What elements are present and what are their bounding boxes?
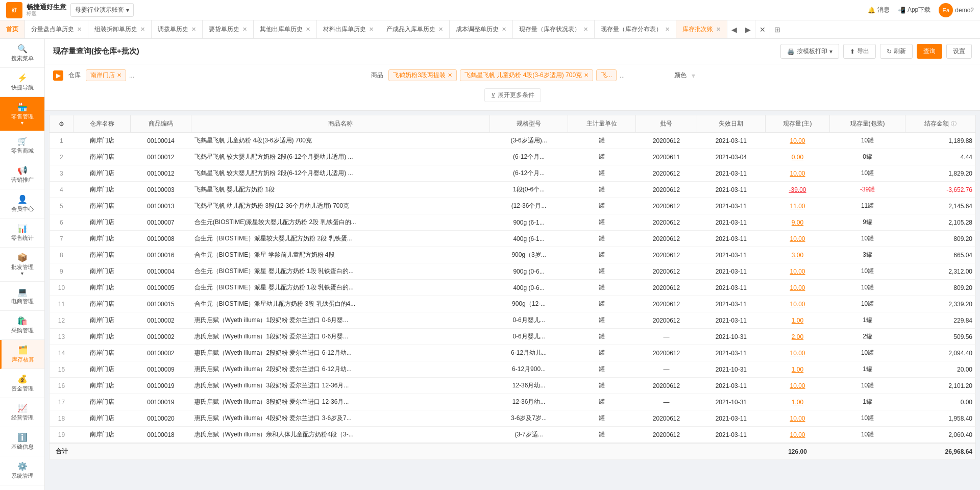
cell-stock-main[interactable]: 2.00 [765,329,829,345]
sidebar-item-ecommerce[interactable]: 💻 电商管理 [0,282,44,311]
query-label: 查询 [923,47,936,56]
close-icon[interactable]: ✕ [716,26,721,33]
nav-prev-arrow[interactable]: ◀ [727,20,741,39]
refresh-btn[interactable]: ↻ 刷新 [880,44,913,59]
product-tag-more[interactable]: 飞... [596,69,617,81]
product-tag-1[interactable]: 飞鹤奶粉3段两提装 ✕ [388,69,457,81]
remove-product1-icon[interactable]: ✕ [448,72,452,79]
close-icon[interactable]: ✕ [191,26,196,33]
sidebar-item-retail[interactable]: 🏪 零售管理 ▼ [0,97,44,131]
cell-stock-main[interactable]: 1.00 [765,312,829,329]
cell-batch: 20200612 [636,427,697,444]
cell-stock-main[interactable]: 10.00 [765,296,829,312]
sidebar-item-collab[interactable]: 🤝 企业协同 [0,485,44,490]
tab-chengtiaoz[interactable]: 成本调整单历史 ✕ [450,20,513,39]
cell-stock-main[interactable]: -39.00 [765,182,829,198]
close-icon[interactable]: ✕ [583,26,588,33]
info-balance-icon[interactable]: ⓘ [951,120,957,127]
cell-stock-main[interactable]: 0.00 [765,149,829,165]
expand-label: 展开更多条件 [498,91,534,100]
close-icon[interactable]: ✕ [665,26,670,33]
tab-xianzcunkuangzt[interactable]: 现存量（库存状况表） ✕ [513,20,595,39]
sidebar-item-wholesale[interactable]: 📦 批发管理 ▼ [0,248,44,282]
sidebar-item-management[interactable]: 📈 经营管理 [0,398,44,427]
cell-stock-main[interactable]: 9.00 [765,214,829,231]
cell-code: 00100016 [130,247,191,263]
close-icon[interactable]: ✕ [77,26,82,33]
close-icon[interactable]: ✕ [242,26,247,33]
cell-no: 17 [50,394,74,410]
tab-pici-active[interactable]: 库存批次账 ✕ [676,20,727,39]
nav-close-all[interactable]: ✕ [755,20,770,39]
nav-next-arrow[interactable]: ▶ [741,20,755,39]
cell-stock-main[interactable]: 1.00 [765,394,829,410]
product-tag-2[interactable]: 飞鹤星飞帆 儿童奶粉 4段(3-6岁适用) 700克 ✕ [460,69,593,81]
warehouse-tag-nanandian[interactable]: 南岸门店 ✕ [86,69,126,81]
cell-unit: 罐 [568,394,635,410]
tab-diaobodanh[interactable]: 调拨单历史 ✕ [152,20,203,39]
cell-stock-main[interactable]: 10.00 [765,427,829,444]
cell-stock-main[interactable]: 3.00 [765,247,829,263]
cell-stock-main[interactable]: 1.00 [765,361,829,378]
cell-stock-pkg: 10罐 [830,427,905,444]
cell-stock-main[interactable]: 10.00 [765,133,829,149]
warehouse-more[interactable]: ... [129,72,134,79]
sidebar-item-inventory[interactable]: 🗂️ 库存核算 [0,340,44,369]
tab-chengpinruku[interactable]: 产成品入库单历史 ✕ [380,20,450,39]
company-select[interactable]: 母婴行业演示账套 ▾ [70,3,134,17]
settings-btn[interactable]: 设置 [946,44,972,59]
app-download-btn[interactable]: 📲 App下载 [898,6,930,14]
color-dropdown-arrow[interactable]: ▾ [692,71,695,80]
product-more[interactable]: ... [620,72,625,79]
sidebar-item-system[interactable]: ⚙️ 系统管理 [0,456,44,485]
expand-more-btn[interactable]: ⊻ 展开更多条件 [484,88,541,102]
sidebar-item-purchase[interactable]: 🛍️ 采购管理 [0,311,44,340]
close-icon[interactable]: ✕ [438,26,443,33]
sidebar-item-member[interactable]: 👤 会员中心 [0,189,44,218]
close-icon[interactable]: ✕ [306,26,310,33]
cell-stock-main[interactable]: 10.00 [765,410,829,427]
query-btn[interactable]: 查询 [917,44,942,59]
tab-zuzhuangchaixin[interactable]: 组装拆卸单历史 ✕ [88,20,152,39]
tab-yaohuo[interactable]: 要货单历史 ✕ [203,20,254,39]
cell-stock-pkg: 10罐 [830,345,905,361]
tab-cailiaochuku[interactable]: 材料出库单历史 ✕ [317,20,380,39]
nav-expand[interactable]: ⊞ [770,20,785,39]
cell-no: 1 [50,133,74,149]
sidebar-item-finance[interactable]: 💰 资金管理 [0,369,44,398]
remove-warehouse-icon[interactable]: ✕ [117,72,121,79]
cell-stock-main[interactable]: 10.00 [765,231,829,247]
cell-stock-main[interactable]: 10.00 [765,165,829,182]
sidebar-item-mall[interactable]: 🛒 零售商城 [0,131,44,160]
th-settings[interactable]: ⚙ [50,115,74,133]
cell-stock-main[interactable]: 10.00 [765,280,829,296]
filter-toggle[interactable]: ▶ [53,70,63,81]
close-icon[interactable]: ✕ [140,26,145,33]
print-btn[interactable]: 🖨️ 按模板打印 ▾ [780,44,839,59]
cell-stock-main[interactable]: 11.00 [765,198,829,214]
th-warehouse: 仓库名称 [74,115,131,133]
tab-qitachuku[interactable]: 其他出库单历史 ✕ [254,20,317,39]
cell-no: 14 [50,345,74,361]
close-icon[interactable]: ✕ [502,26,506,33]
sidebar-item-basic[interactable]: ℹ️ 基础信息 [0,427,44,456]
total-stock: 126.00 [765,443,829,460]
tab-fenliangpandian[interactable]: 分量盘点单历史 ✕ [25,20,88,39]
close-icon[interactable]: ✕ [369,26,374,33]
th-name: 商品名称 [191,115,490,133]
table-row: 14 南岸门店 00100002 惠氏启赋（Wyeth illuma）2段奶粉 … [50,345,976,361]
sidebar-item-retail-stats[interactable]: 📊 零售统计 [0,218,44,248]
sidebar-item-marketing[interactable]: 📢 营销推广 [0,160,44,189]
export-btn[interactable]: ⬆ 导出 [843,44,876,59]
sidebar-item-search[interactable]: 🔍 搜索菜单 [0,39,44,68]
th-code: 商品编码 [130,115,191,133]
sidebar-item-quicknav[interactable]: ⚡ 快捷导航 [0,68,44,97]
tab-home[interactable]: 首页 [0,20,25,39]
cell-stock-main[interactable]: 10.00 [765,263,829,280]
tab-xiancunfenbu[interactable]: 现存量（库存分布表） ✕ [595,20,676,39]
cell-stock-main[interactable]: 10.00 [765,378,829,394]
cell-stock-main[interactable]: 10.00 [765,345,829,361]
remove-product2-icon[interactable]: ✕ [584,72,589,79]
user-area[interactable]: Ea demo2 [939,3,974,17]
messages-btn[interactable]: 🔔 消息 [868,6,890,14]
